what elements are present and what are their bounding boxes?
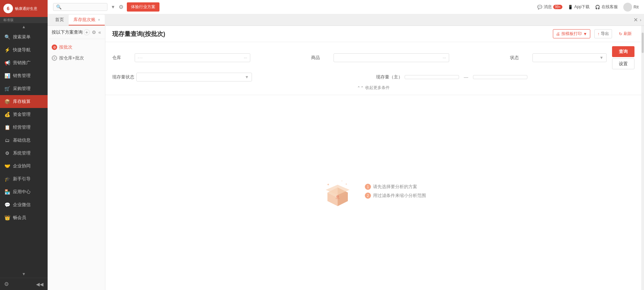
main-area: 🔍 ▼ ⚙ 体验行业方案 💬 消息 99+ 📱 App下载 🎧 在线客服 Rit bbox=[48, 0, 644, 290]
app-download-item[interactable]: 📱 App下载 bbox=[568, 4, 590, 10]
folder-icon: 🗂 bbox=[4, 137, 10, 143]
sidebar-item-appstore-label: 应用中心 bbox=[13, 189, 31, 195]
tip-num-1: 1 bbox=[365, 184, 371, 190]
dropdown-arrow[interactable]: ▼ bbox=[111, 4, 115, 10]
status-select[interactable]: ▼ bbox=[532, 53, 607, 62]
sidebar-item-appstore[interactable]: 🏪 应用中心 bbox=[0, 185, 48, 198]
inventory-qty-from[interactable] bbox=[405, 75, 459, 79]
panel-arrow[interactable]: › bbox=[640, 17, 641, 22]
lightning-icon: ⚡ bbox=[4, 47, 10, 53]
box-icon: 📦 bbox=[4, 98, 10, 105]
empty-tips: 1 请先选择要分析的方案 2 用过滤条件来缩小分析范围 bbox=[365, 184, 426, 201]
refresh-button[interactable]: ↻ 刷新 bbox=[616, 30, 634, 38]
search-box[interactable]: 🔍 bbox=[53, 3, 107, 11]
warehouse-more-icon: ··· bbox=[244, 55, 247, 60]
status-label: 状态 bbox=[510, 55, 530, 61]
avatar bbox=[623, 3, 632, 12]
sidebar-header: 6 畅康通好生意 bbox=[0, 0, 48, 17]
left-panel-header: 按以下方案查询 + ⚙ « bbox=[48, 26, 105, 39]
tab-inventory-batch[interactable]: 库存批次账 × bbox=[69, 15, 105, 25]
filter-settings-button[interactable]: 设置 bbox=[612, 58, 634, 69]
inventory-status-filter: 现存量状态 ▼ bbox=[112, 73, 371, 81]
sidebar-item-enterprise-label: 企业协同 bbox=[13, 163, 31, 169]
sidebar-item-quicknav[interactable]: ⚡ 快捷导航 bbox=[0, 43, 48, 56]
headset-icon: 🎧 bbox=[595, 5, 600, 10]
industry-button[interactable]: 体验行业方案 bbox=[127, 2, 159, 12]
tip-num-2: 2 bbox=[365, 193, 371, 199]
svg-text:✦: ✦ bbox=[341, 180, 343, 182]
sidebar-item-member[interactable]: 👑 畅会员 bbox=[0, 211, 48, 224]
sidebar-item-newguide[interactable]: 🎓 新手引导 bbox=[0, 173, 48, 185]
messages-item[interactable]: 💬 消息 99+ bbox=[537, 4, 562, 10]
sidebar-item-purchase[interactable]: 🛒 采购管理 bbox=[0, 82, 48, 95]
query-button[interactable]: 查询 bbox=[612, 46, 634, 57]
left-panel-title: 按以下方案查询 bbox=[52, 29, 83, 35]
tab-close-button[interactable]: × bbox=[98, 18, 100, 22]
sidebar-item-sales[interactable]: 📊 销售管理 bbox=[0, 69, 48, 82]
topbar-gear-icon[interactable]: ⚙ bbox=[119, 4, 123, 10]
sidebar-item-finance-label: 资金管理 bbox=[13, 111, 31, 117]
left-panel: 按以下方案查询 + ⚙ « ⚙ 按批次 bbox=[48, 26, 105, 290]
sidebar-item-inventory[interactable]: 📦 库存核算 bbox=[0, 95, 48, 108]
user-profile-item[interactable]: Rit bbox=[623, 3, 639, 12]
online-service-item[interactable]: 🎧 在线客服 bbox=[595, 4, 618, 10]
product-input[interactable]: ··· bbox=[334, 53, 449, 62]
export-button[interactable]: ↑ 导出 bbox=[594, 29, 612, 38]
plan-icon-active: ⚙ bbox=[52, 44, 57, 50]
app-logo: 6 bbox=[3, 4, 13, 13]
plan-item-warehouse-batch[interactable]: 按仓库+批次 bbox=[48, 53, 105, 64]
crown-icon: 👑 bbox=[4, 215, 10, 221]
scroll-up-btn[interactable]: ▲ bbox=[0, 23, 48, 31]
megaphone-icon: 📢 bbox=[4, 60, 10, 66]
search-icon: 🔍 bbox=[4, 34, 10, 40]
warehouse-input[interactable]: ··· ··· bbox=[135, 53, 250, 62]
sidebar-item-member-label: 畅会员 bbox=[13, 215, 26, 221]
add-plan-button[interactable]: + bbox=[84, 29, 90, 35]
sidebar-item-sales-label: 销售管理 bbox=[13, 73, 31, 79]
right-scrollbar[interactable] bbox=[641, 26, 644, 290]
close-panel-button[interactable]: ✕ bbox=[633, 17, 638, 23]
sidebar-item-finance[interactable]: 💰 资金管理 bbox=[0, 108, 48, 121]
sidebar-item-newguide-label: 新手引导 bbox=[13, 176, 31, 182]
product-more-icon: ··· bbox=[443, 55, 446, 60]
guide-icon: 🎓 bbox=[4, 176, 10, 182]
print-button[interactable]: 🖨 按模板打印 ▼ bbox=[553, 29, 590, 38]
sidebar-item-search-label: 搜索菜单 bbox=[13, 34, 31, 40]
sidebar-item-search[interactable]: 🔍 搜索菜单 bbox=[0, 31, 48, 43]
wechat-icon: 💬 bbox=[4, 202, 10, 208]
sidebar-item-enterprise[interactable]: 🤝 企业协同 bbox=[0, 160, 48, 173]
sidebar-item-basics[interactable]: 🗂 基础信息 bbox=[0, 134, 48, 147]
money-icon: 💰 bbox=[4, 111, 10, 117]
scroll-down-btn[interactable]: ▼ bbox=[0, 270, 48, 278]
gear-icon: ⚙ bbox=[4, 150, 10, 156]
panel-collapse-button[interactable]: « bbox=[98, 30, 101, 35]
inventory-status-select[interactable]: ▼ bbox=[136, 73, 252, 81]
inventory-qty-filter: 现存量（主） — bbox=[376, 74, 634, 80]
plan-item-batch[interactable]: ⚙ 按批次 bbox=[48, 42, 105, 53]
print-dropdown-arrow[interactable]: ▼ bbox=[583, 32, 587, 36]
chart-icon: 📊 bbox=[4, 73, 10, 79]
collapse-more-button[interactable]: ⌃⌃ 收起更多条件 bbox=[112, 85, 634, 91]
plan-settings-button[interactable]: ⚙ bbox=[92, 30, 96, 35]
inventory-qty-to[interactable] bbox=[473, 75, 527, 79]
sidebar-gear-button[interactable]: ⚙ bbox=[4, 281, 9, 287]
page-header: 现存量查询(按批次) 🖨 按模板打印 ▼ ↑ 导出 ↻ 刷新 bbox=[105, 26, 641, 42]
sidebar-collapse-button[interactable]: ◀◀ bbox=[36, 282, 44, 287]
warehouse-label: 仓库 bbox=[112, 55, 133, 61]
page-actions: 🖨 按模板打印 ▼ ↑ 导出 ↻ 刷新 bbox=[553, 29, 634, 38]
sidebar-item-wechat[interactable]: 💬 企业微信 bbox=[0, 198, 48, 211]
warehouse-filter: 仓库 ··· ··· bbox=[112, 53, 306, 62]
sidebar-item-wechat-label: 企业微信 bbox=[13, 202, 31, 208]
search-input[interactable] bbox=[63, 5, 104, 10]
inventory-status-label: 现存量状态 bbox=[112, 74, 134, 80]
warehouse-dots: ··· bbox=[138, 55, 143, 60]
sidebar-item-operations-label: 经营管理 bbox=[13, 124, 31, 130]
company-name: 畅康通好生意 bbox=[15, 6, 37, 11]
sidebar-item-marketing[interactable]: 📢 营销推广 bbox=[0, 56, 48, 69]
empty-state: ✦ ✦ ✦ 1 请先选择要分析的方案 2 用过滤条件来缩小分析范围 bbox=[105, 95, 641, 290]
plan-icon-outline bbox=[52, 55, 57, 61]
sidebar-item-operations[interactable]: 📋 经营管理 bbox=[0, 121, 48, 134]
sidebar-footer: ⚙ ◀◀ bbox=[0, 278, 48, 290]
sidebar-item-system[interactable]: ⚙ 系统管理 bbox=[0, 147, 48, 160]
tab-home[interactable]: 首页 bbox=[50, 15, 69, 25]
